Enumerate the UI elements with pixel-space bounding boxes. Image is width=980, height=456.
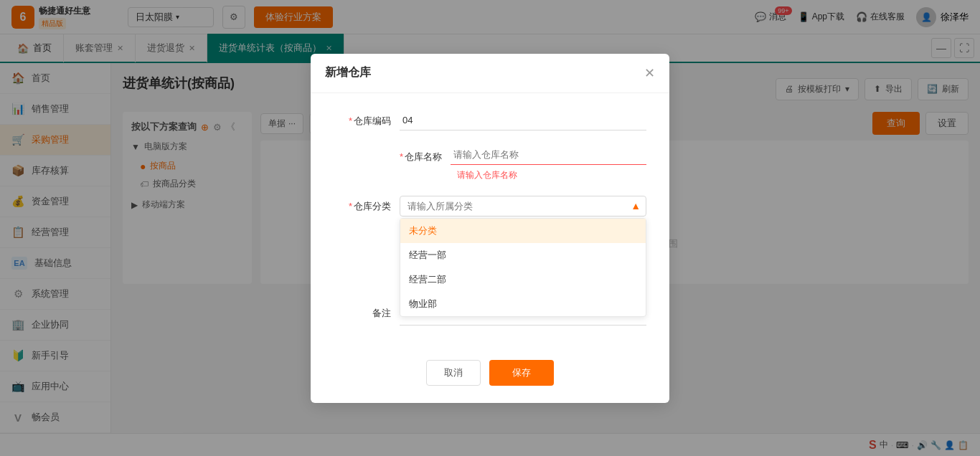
dropdown-item-unclassified[interactable]: 未分类 [400, 219, 646, 243]
modal-header: 新增仓库 ✕ [311, 54, 669, 93]
form-row-name: 仓库名称 请输入仓库名称 [400, 145, 646, 181]
modal-save-button[interactable]: 保存 [489, 360, 554, 386]
category-input[interactable] [400, 196, 646, 217]
select-arrow-icon[interactable]: ▲ [631, 200, 641, 212]
modal-close-button[interactable]: ✕ [644, 65, 655, 81]
modal-title: 新增仓库 [325, 65, 371, 80]
dropdown-item-operations1[interactable]: 经营一部 [400, 243, 646, 267]
category-dropdown: 未分类 经营一部 经营二部 物业部 [400, 218, 646, 317]
new-warehouse-modal: 新增仓库 ✕ 仓库编码 仓库名称 请输入仓库名称 [311, 54, 669, 403]
modal-body: 仓库编码 仓库名称 请输入仓库名称 仓库分类 ▲ [311, 93, 669, 351]
modal-footer: 取消 保存 [311, 351, 669, 403]
code-label: 仓库编码 [334, 110, 391, 128]
modal-overlay[interactable]: 新增仓库 ✕ 仓库编码 仓库名称 请输入仓库名称 [0, 0, 980, 456]
name-input[interactable] [451, 145, 646, 165]
dropdown-item-operations2[interactable]: 经营二部 [400, 267, 646, 292]
category-label: 仓库分类 [334, 196, 391, 213]
name-error-message: 请输入仓库名称 [457, 169, 517, 181]
form-row-code: 仓库编码 [334, 110, 646, 130]
modal-cancel-button[interactable]: 取消 [426, 360, 481, 386]
dropdown-item-property[interactable]: 物业部 [400, 292, 646, 316]
category-select-wrap: ▲ 未分类 经营一部 经营二部 物业部 [400, 196, 646, 217]
form-row-category: 仓库分类 ▲ 未分类 经营一部 经营二部 物业部 [334, 196, 646, 217]
code-input[interactable] [400, 110, 646, 130]
notes-label: 备注 [334, 303, 391, 320]
name-label: 仓库名称 [400, 146, 442, 163]
